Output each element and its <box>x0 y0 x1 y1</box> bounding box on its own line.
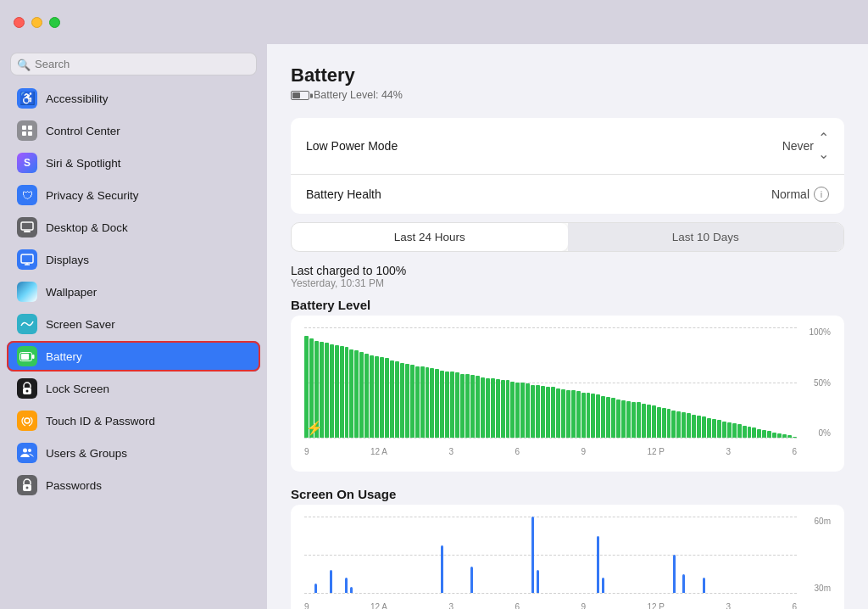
sidebar-item-passwords[interactable]: Passwords <box>7 470 260 500</box>
screen-usage-title: Screen On Usage <box>291 487 844 501</box>
app-body: 🔍 ♿ Accessibility Control Center S Siri … <box>0 44 868 609</box>
passwords-icon <box>17 475 37 495</box>
y-label-50: 50% <box>798 378 831 388</box>
settings-group: Low Power Mode Never ⌃⌄ Battery Health N… <box>291 118 844 214</box>
sidebar-item-label: Passwords <box>46 479 102 492</box>
svg-rect-11 <box>21 354 29 360</box>
usage-bars <box>304 517 797 593</box>
search-icon: 🔍 <box>17 58 31 70</box>
sidebar-item-battery[interactable]: Battery <box>7 341 260 372</box>
low-power-mode-label: Low Power Mode <box>306 139 398 153</box>
screen-usage-chart-container: 60m 30m 912 A36912 P36 <box>291 505 844 609</box>
battery-sidebar-icon <box>17 346 37 366</box>
info-icon[interactable]: i <box>814 187 829 202</box>
screen-saver-icon <box>17 314 37 334</box>
sidebar-item-label: Touch ID & Password <box>46 415 155 427</box>
svg-point-18 <box>26 487 29 489</box>
sidebar-item-siri[interactable]: S Siri & Spotlight <box>7 148 260 178</box>
usage-y-labels: 60m 30m <box>798 517 831 593</box>
svg-point-13 <box>26 390 29 393</box>
sidebar-item-wallpaper[interactable]: Wallpaper <box>7 277 260 307</box>
sidebar-item-control-center[interactable]: Control Center <box>7 115 260 146</box>
sidebar-item-lock-screen[interactable]: Lock Screen <box>7 373 260 404</box>
battery-bars <box>304 327 797 438</box>
low-power-mode-value[interactable]: Never ⌃⌄ <box>782 130 829 162</box>
time-range-tabs: Last 24 Hours Last 10 Days <box>291 222 844 252</box>
battery-level-chart-title: Battery Level <box>291 298 844 312</box>
battery-level-section: Last charged to 100% Yesterday, 10:31 PM… <box>291 264 844 472</box>
sidebar-item-accessibility[interactable]: ♿ Accessibility <box>7 83 260 114</box>
sidebar-item-label: Privacy & Security <box>46 189 139 202</box>
sidebar-item-label: Accessibility <box>46 92 108 105</box>
search-wrapper: 🔍 <box>10 53 257 75</box>
privacy-icon: 🛡 <box>17 185 37 205</box>
y-label-0: 0% <box>798 428 831 438</box>
svg-rect-1 <box>28 126 32 130</box>
last-charged-subtitle: Yesterday, 10:31 PM <box>291 277 844 289</box>
usage-x-labels: 912 A36912 P36 <box>304 595 797 609</box>
svg-rect-3 <box>28 131 32 136</box>
battery-icon-label <box>291 89 309 101</box>
y-label-100: 100% <box>798 327 831 337</box>
control-center-icon <box>17 120 37 141</box>
y-label-30: 30m <box>798 584 831 593</box>
battery-x-labels: 912 A36912 P36 <box>304 439 797 463</box>
battery-health-row: Battery Health Normal i <box>291 175 844 214</box>
sidebar-item-label: Desktop & Dock <box>46 221 128 234</box>
search-container: 🔍 <box>0 44 267 82</box>
svg-rect-10 <box>32 355 35 359</box>
sidebar-item-label: Displays <box>46 254 89 266</box>
battery-health-value: Normal i <box>771 187 829 202</box>
page-subtitle: Battery Level: 44% <box>291 89 844 101</box>
battery-health-text: Normal <box>771 187 810 201</box>
page-title: Battery <box>291 64 844 87</box>
chart-info: Last charged to 100% Yesterday, 10:31 PM <box>291 264 844 289</box>
tab-last-10d[interactable]: Last 10 Days <box>568 223 844 251</box>
sidebar-item-privacy[interactable]: 🛡 Privacy & Security <box>7 180 260 210</box>
sidebar-item-touch-id[interactable]: Touch ID & Password <box>7 405 260 436</box>
sidebar-item-label: Screen Saver <box>46 318 115 331</box>
sidebar-item-label: Battery <box>46 350 82 363</box>
sidebar: 🔍 ♿ Accessibility Control Center S Siri … <box>0 44 267 609</box>
sidebar-item-label: Siri & Spotlight <box>46 157 121 170</box>
battery-chart-area: 100% 50% 0% 912 A36912 P36 ⚡ <box>304 327 831 463</box>
battery-health-label: Battery Health <box>306 187 381 201</box>
subtitle-text: Battery Level: 44% <box>314 89 403 101</box>
grid-line-bot <box>304 593 797 594</box>
search-input[interactable] <box>10 53 257 75</box>
last-charged-title: Last charged to 100% <box>291 264 844 277</box>
screen-usage-chart: 60m 30m 912 A36912 P36 <box>304 517 831 609</box>
y-label-60: 60m <box>798 517 831 526</box>
stepper-icon: ⌃⌄ <box>818 130 829 162</box>
sidebar-item-screen-saver[interactable]: Screen Saver <box>7 309 260 339</box>
charging-icon: ⚡ <box>306 420 323 436</box>
minimize-button[interactable] <box>31 17 42 28</box>
accessibility-icon: ♿ <box>17 88 37 109</box>
battery-y-labels: 100% 50% 0% <box>798 327 831 438</box>
svg-rect-0 <box>22 126 26 130</box>
sidebar-item-desktop-dock[interactable]: Desktop & Dock <box>7 212 260 243</box>
sidebar-item-displays[interactable]: Displays <box>7 244 260 275</box>
svg-point-15 <box>23 449 27 453</box>
close-button[interactable] <box>14 17 25 28</box>
desktop-dock-icon <box>17 217 37 237</box>
sidebar-item-label: Control Center <box>46 125 120 137</box>
grid-line-0 <box>304 438 797 439</box>
users-groups-icon <box>17 443 37 463</box>
sidebar-item-users-groups[interactable]: Users & Groups <box>7 438 260 468</box>
touch-id-icon <box>17 411 37 431</box>
titlebar <box>0 0 868 44</box>
low-power-mode-text: Never <box>782 139 814 153</box>
sidebar-item-label: Lock Screen <box>46 383 109 395</box>
siri-icon: S <box>17 153 37 173</box>
sidebar-item-label: Users & Groups <box>46 447 127 460</box>
sidebar-item-label: Wallpaper <box>46 286 97 299</box>
maximize-button[interactable] <box>49 17 60 28</box>
screen-usage-section: Screen On Usage 60m 30m 912 A36912 P36 <box>291 487 844 609</box>
tab-last-24h[interactable]: Last 24 Hours <box>292 223 568 251</box>
svg-rect-4 <box>21 222 33 230</box>
wallpaper-icon <box>17 282 37 302</box>
battery-level-chart: 100% 50% 0% 912 A36912 P36 ⚡ <box>291 316 844 472</box>
svg-point-14 <box>25 418 30 423</box>
svg-rect-6 <box>21 254 33 263</box>
